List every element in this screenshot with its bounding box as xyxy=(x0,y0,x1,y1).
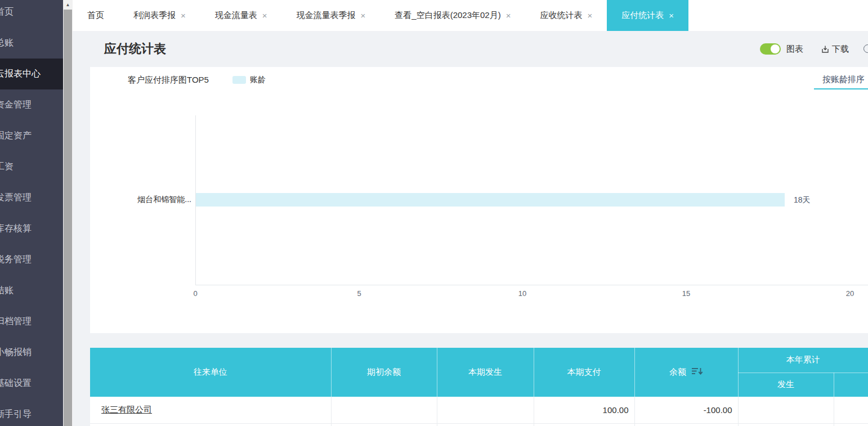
chart-legend[interactable]: 账龄 xyxy=(232,75,266,85)
sidebar-item-label: 归档管理 xyxy=(0,316,32,328)
chart-title: 客户应付排序图TOP5 xyxy=(128,75,209,86)
cell-cutoff xyxy=(834,397,868,423)
chart-x-axis-line xyxy=(195,285,868,285)
download-button[interactable]: 下载 xyxy=(821,44,849,55)
download-label: 下载 xyxy=(832,44,849,55)
sidebar-item-funds[interactable]: 资金管理 xyxy=(0,89,63,120)
sidebar-scrollbar[interactable]: ▲ xyxy=(63,0,73,426)
main-area: 首页 利润表季报 × 现金流量表 × 现金流量表季报 × 查看_空白报表(202… xyxy=(73,0,868,426)
tab-label: 现金流量表季报 xyxy=(297,10,356,21)
sidebar-item-fixed-assets[interactable]: 固定资产 xyxy=(0,120,63,151)
print-icon-shape xyxy=(863,44,868,53)
payables-table: 往来单位 期初余额 本期发生 本期支付 余额 本年累计 xyxy=(90,348,868,426)
chart-bar-value-label: 18天 xyxy=(794,195,811,205)
chart-bar[interactable] xyxy=(196,193,785,207)
legend-label: 账龄 xyxy=(250,75,266,85)
sidebar-item-label: 小畅报销 xyxy=(0,347,32,358)
tab-bar: 首页 利润表季报 × 现金流量表 × 现金流量表季报 × 查看_空白报表(202… xyxy=(73,0,868,31)
sidebar-item-label: 固定资产 xyxy=(0,130,32,142)
sort-descending-icon[interactable] xyxy=(692,367,703,376)
close-icon[interactable]: × xyxy=(506,11,511,20)
sidebar-item-label: 库存核算 xyxy=(0,223,32,235)
col-header-ytd-group: 本年累计 xyxy=(738,348,868,373)
table-row: 张三有限公司 100.00 -100.00 xyxy=(90,397,868,423)
sidebar-item-general-ledger[interactable]: 总账 xyxy=(0,28,63,59)
sidebar-item-label: 基础设置 xyxy=(0,378,32,389)
tab-label: 首页 xyxy=(87,10,104,21)
tab-profit-quarterly[interactable]: 利润表季报 × xyxy=(119,0,200,31)
tab-label: 利润表季报 xyxy=(133,10,176,21)
sidebar-item-basic-settings[interactable]: 基础设置 xyxy=(0,368,63,399)
cell-current-incurred xyxy=(437,397,534,423)
chart-card: 客户应付排序图TOP5 账龄 按账龄排序 烟台和锦智能... 18天 0 5 1… xyxy=(90,67,868,333)
sidebar-item-label: 工资 xyxy=(0,161,14,173)
x-tick: 10 xyxy=(518,289,526,298)
tab-label: 应收统计表 xyxy=(540,10,582,21)
chart-toggle[interactable] xyxy=(760,43,781,55)
sidebar-item-label: 云报表中心 xyxy=(0,68,41,80)
col-header-opening-balance[interactable]: 期初余额 xyxy=(331,348,437,397)
close-icon[interactable]: × xyxy=(181,11,186,20)
tab-label: 应付统计表 xyxy=(621,10,664,21)
download-icon xyxy=(821,45,829,53)
tab-view-blank-report[interactable]: 查看_空白报表(2023年02月) × xyxy=(380,0,525,31)
sort-link-underline xyxy=(814,88,868,89)
legend-swatch xyxy=(232,76,246,84)
col-header-balance-label: 余额 xyxy=(669,367,686,376)
sidebar-item-cloud-reports[interactable]: 云报表中心 xyxy=(0,59,63,89)
sidebar-items: 首页 总账 云报表中心 资金管理 固定资产 工资 发票管理 库存核算 税务管理 … xyxy=(0,0,63,426)
tab-payable-stats[interactable]: 应付统计表 × xyxy=(607,0,688,31)
close-icon[interactable]: × xyxy=(669,11,674,20)
sidebar-item-label: 总账 xyxy=(0,37,14,49)
sidebar-item-archive[interactable]: 归档管理 xyxy=(0,306,63,337)
cell-opening-balance xyxy=(331,397,437,423)
page-title: 应付统计表 xyxy=(104,41,166,57)
header-controls: 图表 下载 xyxy=(760,43,868,55)
scroll-up-icon[interactable]: ▲ xyxy=(63,0,73,10)
sidebar-item-expense[interactable]: 小畅报销 xyxy=(0,337,63,368)
sidebar-item-label: 结账 xyxy=(0,285,14,297)
chart-bar-category-label: 烟台和锦智能... xyxy=(107,195,191,205)
tab-home[interactable]: 首页 xyxy=(73,0,119,31)
close-icon[interactable]: × xyxy=(361,11,366,20)
sidebar-item-payroll[interactable]: 工资 xyxy=(0,151,63,182)
title-bar: 应付统计表 图表 下载 xyxy=(73,31,868,67)
col-header-current-paid[interactable]: 本期支付 xyxy=(534,348,634,397)
cell-ytd-incurred xyxy=(738,397,834,423)
x-tick: 20 xyxy=(846,289,854,298)
sidebar-item-label: 新手引导 xyxy=(0,409,32,420)
sidebar: 首页 总账 云报表中心 资金管理 固定资产 工资 发票管理 库存核算 税务管理 … xyxy=(0,0,63,426)
tab-receivable-stats[interactable]: 应收统计表 × xyxy=(525,0,607,31)
sidebar-item-tax[interactable]: 税务管理 xyxy=(0,244,63,275)
sidebar-item-label: 首页 xyxy=(0,6,14,18)
chart-toggle-label: 图表 xyxy=(786,44,803,55)
sidebar-item-inventory[interactable]: 库存核算 xyxy=(0,213,63,244)
sidebar-item-label: 税务管理 xyxy=(0,254,32,266)
tab-cashflow[interactable]: 现金流量表 × xyxy=(200,0,282,31)
x-tick: 0 xyxy=(193,289,197,298)
col-header-company[interactable]: 往来单位 xyxy=(90,348,331,397)
toggle-knob xyxy=(771,44,780,53)
x-tick: 15 xyxy=(682,289,690,298)
sidebar-item-closing[interactable]: 结账 xyxy=(0,275,63,306)
sort-by-age-link[interactable]: 按账龄排序 xyxy=(822,74,865,85)
sidebar-item-invoices[interactable]: 发票管理 xyxy=(0,182,63,213)
close-icon[interactable]: × xyxy=(262,11,267,20)
tab-label: 现金流量表 xyxy=(215,10,257,21)
cell-balance: -100.00 xyxy=(634,397,738,423)
col-header-ytd-cutoff xyxy=(834,373,868,397)
x-tick: 5 xyxy=(357,289,361,298)
tab-cashflow-quarterly[interactable]: 现金流量表季报 × xyxy=(282,0,381,31)
col-header-balance[interactable]: 余额 xyxy=(634,348,738,397)
company-link[interactable]: 张三有限公司 xyxy=(101,405,152,414)
scrollbar-thumb[interactable] xyxy=(64,10,72,426)
tab-label: 查看_空白报表(2023年02月) xyxy=(395,10,500,21)
col-header-current-incurred[interactable]: 本期发生 xyxy=(437,348,534,397)
close-icon[interactable]: × xyxy=(587,11,592,20)
cell-current-paid: 100.00 xyxy=(534,397,634,423)
sidebar-item-label: 发票管理 xyxy=(0,192,32,204)
col-header-ytd-incurred[interactable]: 发生 xyxy=(738,373,834,397)
print-icon-partial[interactable] xyxy=(863,44,868,54)
sidebar-item-beginner-guide[interactable]: 新手引导 xyxy=(0,399,63,426)
sidebar-item-home[interactable]: 首页 xyxy=(0,0,63,28)
